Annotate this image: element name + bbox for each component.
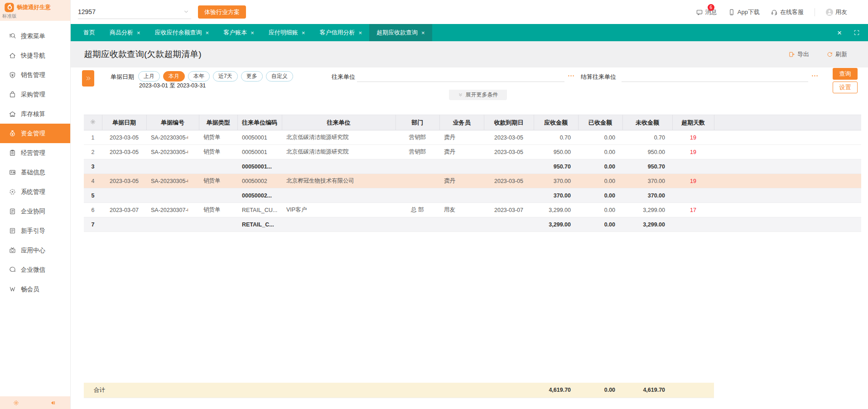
export-button[interactable]: 导出	[788, 50, 809, 58]
tab-客户账本[interactable]: 客户账本×	[216, 24, 261, 41]
column-header-往来单位编码[interactable]: 往来单位编码	[237, 115, 282, 130]
column-header-单据日期[interactable]: 单据日期	[102, 115, 146, 130]
sidebar-item-企业协同[interactable]: 企业协同	[0, 202, 70, 221]
table-row[interactable]: 22023-03-05SA-20230305-0销货单00050001北京低碳清…	[84, 145, 861, 159]
date-range-value[interactable]: 2023-03-01 至 2023-03-31	[139, 82, 206, 90]
table-subtotal-row[interactable]: 300050001...950.700.00950.70	[84, 159, 861, 174]
sidebar-item-系统管理[interactable]: 系统管理	[0, 182, 70, 202]
expand-more-bar[interactable]: 展开更多条件	[449, 90, 507, 100]
collapse-sidebar-icon[interactable]	[49, 399, 56, 406]
tab-close-icon[interactable]: ×	[358, 30, 362, 36]
sidebar-item-应用中心[interactable]: 应用中心	[0, 241, 70, 260]
column-header-往来单位[interactable]: 往来单位	[282, 115, 395, 130]
settings-gear-icon[interactable]	[13, 399, 19, 406]
column-settings-button[interactable]	[84, 115, 102, 130]
tab-close-icon[interactable]: ×	[302, 30, 305, 36]
tab-bar: 首页商品分析×应收应付余额查询×客户账本×应付明细账×客户信用分析×超期应收款查…	[71, 24, 868, 41]
sidebar-item-label: 企业微信	[21, 266, 45, 274]
tab-超期应收款查询[interactable]: 超期应收款查询×	[369, 24, 432, 41]
cell-filler	[714, 145, 861, 159]
sidebar-item-库存核算[interactable]: 库存核算	[0, 104, 70, 124]
tab-close-icon[interactable]: ×	[251, 30, 254, 36]
cell-salesperson: 龚丹	[439, 174, 484, 188]
cell-receivable: 370.00	[534, 188, 578, 203]
cell-overdue-days: 19	[672, 174, 714, 188]
column-header-部门[interactable]: 部门	[395, 115, 439, 130]
partner-input[interactable]	[357, 69, 564, 82]
doc-no-link[interactable]: SA-20230305-0	[151, 178, 188, 184]
column-header-未收金额[interactable]: 未收金额	[622, 115, 672, 130]
tab-close-icon[interactable]: ×	[421, 30, 425, 36]
tab-close-icon[interactable]: ×	[206, 30, 209, 36]
sidebar-item-快捷导航[interactable]: 快捷导航	[0, 46, 70, 65]
date-preset-更多[interactable]: 更多	[241, 71, 263, 82]
sidebar-item-销售管理[interactable]: 销售管理	[0, 65, 70, 85]
settle-partner-picker-dots-icon[interactable]	[811, 72, 819, 80]
tab-客户信用分析[interactable]: 客户信用分析×	[312, 24, 369, 41]
filter-settings-button[interactable]: 设置	[833, 82, 858, 93]
column-header-超期天数[interactable]: 超期天数	[672, 115, 714, 130]
sidebar-item-新手引导[interactable]: 新手引导	[0, 221, 70, 241]
sidebar-item-label: 采购管理	[21, 91, 45, 99]
doc-no-link[interactable]: SA-20230305-0	[151, 149, 188, 155]
org-select[interactable]: 12957	[78, 5, 191, 19]
total-unreceived: 4,619.70	[622, 383, 672, 398]
sidebar-item-企业微信[interactable]: 企业微信	[0, 260, 70, 279]
date-preset-本年[interactable]: 本年	[188, 71, 210, 82]
close-tab-icon[interactable]: ×	[837, 29, 842, 37]
cell-doc-type: 销货单	[199, 174, 237, 188]
column-header-单据编号[interactable]: 单据编号	[146, 115, 199, 130]
tab-close-icon[interactable]: ×	[137, 30, 140, 36]
sidebar-item-畅会员[interactable]: 畅会员	[0, 279, 70, 299]
sidebar-item-label: 搜索菜单	[21, 32, 45, 40]
topbar-item-消息[interactable]: 消息6	[696, 8, 717, 16]
sidebar-item-经营管理[interactable]: 经营管理	[0, 143, 70, 163]
sidebar-item-搜索菜单[interactable]: 搜索菜单	[0, 26, 70, 46]
column-header-已收金额[interactable]: 已收金额	[578, 115, 622, 130]
column-header-filler	[714, 115, 861, 130]
date-preset-近7天[interactable]: 近7天	[213, 71, 238, 82]
trial-plan-button[interactable]: 体验行业方案	[198, 5, 246, 19]
cell-receivable: 950.00	[534, 145, 578, 159]
table-row[interactable]: 42023-03-05SA-20230305-0销货单00050002北京桦冠生…	[84, 174, 861, 188]
column-header-业务员[interactable]: 业务员	[439, 115, 484, 130]
cell-doc-no	[146, 159, 199, 174]
tab-商品分析[interactable]: 商品分析×	[102, 24, 148, 41]
doc-no-link[interactable]: SA-20230307-0	[151, 207, 188, 213]
collapse-filter-button[interactable]	[82, 70, 94, 87]
topbar-item-在线客服[interactable]: 在线客服	[771, 8, 804, 16]
refresh-button[interactable]: 刷新	[826, 50, 847, 58]
query-button[interactable]: 查询	[833, 68, 858, 80]
table-subtotal-row[interactable]: 500050002...370.000.00370.00	[84, 188, 861, 203]
cell-receivable: 3,299.00	[534, 203, 578, 217]
double-chevron-down-icon	[458, 92, 463, 97]
avatar	[826, 9, 833, 16]
date-preset-本月[interactable]: 本月	[163, 71, 185, 82]
tab-应付明细账[interactable]: 应付明细账×	[261, 24, 313, 41]
sidebar-item-采购管理[interactable]: 采购管理	[0, 85, 70, 104]
sidebar-item-资金管理[interactable]: 资金管理	[0, 124, 70, 143]
column-header-单据类型[interactable]: 单据类型	[199, 115, 237, 130]
sidebar-item-基础信息[interactable]: 基础信息	[0, 163, 70, 182]
table-subtotal-row[interactable]: 7RETAIL_C...3,299.000.003,299.00	[84, 217, 861, 232]
tab-首页[interactable]: 首页	[76, 24, 102, 41]
topbar-item-App下载[interactable]: App下载	[728, 8, 760, 16]
settle-partner-input[interactable]	[622, 69, 808, 82]
date-preset-自定义[interactable]: 自定义	[266, 71, 293, 82]
date-preset-上月[interactable]: 上月	[138, 71, 160, 82]
table-row[interactable]: 62023-03-07SA-20230307-0销货单RETAIL_CU...V…	[84, 203, 861, 217]
doc-no-link[interactable]: SA-20230305-0	[151, 134, 188, 140]
fullscreen-icon[interactable]	[854, 29, 860, 36]
cell-doc-date	[102, 188, 146, 203]
column-header-应收金额[interactable]: 应收金额	[534, 115, 578, 130]
tab-应收应付余额查询[interactable]: 应收应付余额查询×	[148, 24, 217, 41]
partner-picker-dots-icon[interactable]	[567, 72, 575, 80]
cell-overdue-days: 17	[672, 203, 714, 217]
cell-unreceived: 3,299.00	[622, 203, 672, 217]
user-menu[interactable]: 用友	[826, 8, 847, 16]
sidebar-item-label: 资金管理	[21, 130, 45, 138]
table-row[interactable]: 12023-03-05SA-20230305-0销货单00050001北京低碳清…	[84, 130, 861, 145]
chevron-down-icon	[183, 9, 189, 15]
column-header-收款到期日[interactable]: 收款到期日	[484, 115, 534, 130]
cell-dept: 营销部	[395, 145, 439, 159]
